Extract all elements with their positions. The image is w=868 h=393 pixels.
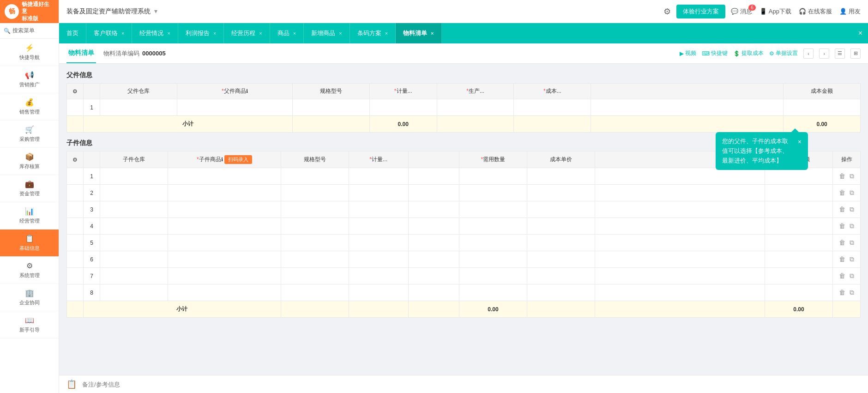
user-menu-button[interactable]: 👤 用友 (839, 7, 861, 16)
parent-row-production[interactable] (437, 99, 514, 116)
sidebar-item-guide[interactable]: 📖 新手引导 (0, 311, 59, 339)
tab-close-icon[interactable]: × (431, 30, 434, 36)
child-row-spec[interactable] (281, 168, 349, 185)
logo-icon: 畅 (5, 4, 19, 19)
parent-subtotal-empty1 (292, 116, 369, 133)
trial-button[interactable]: 体验行业方案 (676, 5, 725, 18)
sidebar-item-label: 库存核算 (19, 163, 40, 170)
parent-col-num (84, 84, 100, 99)
sidebar-item-label: 采购管理 (19, 136, 40, 143)
child-row-qty[interactable] (459, 168, 527, 185)
delete-row-button[interactable]: 🗑 (838, 288, 847, 297)
child-row-warehouse[interactable] (100, 168, 168, 185)
sidebar-item-label: 经营管理 (19, 218, 40, 224)
next-page-button[interactable]: › (819, 48, 829, 59)
sidebar-item-purchase[interactable]: 🛒 采购管理 (0, 121, 59, 148)
tab-customer[interactable]: 客户联络× (86, 23, 132, 43)
delete-row-button[interactable]: 🗑 (838, 205, 847, 214)
parent-col-filler (591, 84, 784, 99)
sub-header: 物料清单 物料清单编码 0000005 ▶ 视频 ⌨ 快捷键 💲 提取成本 (59, 43, 868, 64)
prev-page-button[interactable]: ‹ (803, 48, 814, 59)
tab-close-icon[interactable]: × (167, 30, 170, 36)
close-all-tabs-button[interactable]: × (853, 29, 868, 37)
sub-header-actions: ▶ 视频 ⌨ 快捷键 💲 提取成本 ⚙ 单据设置 ‹ › ☰ ⊞ (680, 48, 861, 59)
child-row-product[interactable] (168, 168, 281, 185)
parent-row-unit[interactable] (369, 99, 437, 116)
copy-row-button[interactable]: ⧉ (848, 221, 856, 231)
search-menu[interactable]: 🔍 搜索菜单 (0, 23, 59, 39)
view-video-button[interactable]: ▶ 视频 (680, 49, 696, 57)
child-col-price: 成本单价 (527, 151, 595, 168)
parent-col-settings[interactable]: ⚙ (67, 84, 84, 99)
parent-row-product[interactable] (177, 99, 292, 116)
tab-home[interactable]: 首页 (59, 23, 86, 43)
sidebar-item-finance[interactable]: 💼 资金管理 (0, 175, 59, 202)
child-row-actions: 🗑 ⧉ (833, 168, 861, 185)
extract-cost-button[interactable]: 💲 提取成本 (733, 49, 764, 57)
sidebar: 畅 畅捷通好生意 标准版 🔍 搜索菜单 ⚡ 快捷导航 📢 营销推广 💰 销售管理… (0, 0, 59, 393)
copy-row-button[interactable]: ⧉ (848, 288, 856, 297)
delete-row-button[interactable]: 🗑 (838, 254, 847, 264)
copy-row-button[interactable]: ⧉ (848, 238, 856, 248)
tab-add-goods[interactable]: 新增商品× (304, 23, 350, 43)
online-service-button[interactable]: 🎧 在线客服 (799, 7, 832, 16)
copy-row-button[interactable]: ⧉ (848, 271, 856, 281)
expand-button[interactable]: ⊞ (850, 48, 861, 59)
delete-row-button[interactable]: 🗑 (838, 188, 847, 197)
app-download-button[interactable]: 📱 App下载 (760, 7, 791, 16)
sidebar-item-quick-nav[interactable]: ⚡ 快捷导航 (0, 39, 59, 66)
tab-close-icon[interactable]: × (213, 30, 216, 36)
copy-row-button[interactable]: ⧉ (848, 171, 856, 181)
child-col-settings[interactable]: ⚙ (67, 151, 84, 168)
marketing-icon: 📢 (25, 71, 34, 79)
shortcut-button[interactable]: ⌨ 快捷键 (702, 49, 728, 57)
parent-subtotal-empty3 (514, 116, 591, 133)
delete-row-button[interactable]: 🗑 (838, 171, 847, 181)
parent-row-spec[interactable] (292, 99, 369, 116)
tab-bom[interactable]: 物料清单× (396, 23, 441, 43)
sidebar-item-system[interactable]: ⚙ 系统管理 (0, 257, 59, 284)
dropdown-arrow-icon[interactable]: ▾ (154, 7, 157, 15)
list-view-button[interactable]: ☰ (835, 48, 845, 59)
logo-text: 畅捷通好生意 标准版 (22, 1, 54, 23)
tooltip-close-button[interactable]: × (798, 137, 802, 147)
tab-barcode[interactable]: 条码方案× (350, 23, 396, 43)
sidebar-item-marketing[interactable]: 📢 营销推广 (0, 66, 59, 93)
sidebar-item-inventory[interactable]: 📦 库存核算 (0, 148, 59, 175)
delete-row-button[interactable]: 🗑 (838, 221, 847, 230)
copy-row-button[interactable]: ⧉ (848, 205, 856, 214)
document-settings-button[interactable]: ⚙ 单据设置 (769, 49, 798, 57)
tab-close-icon[interactable]: × (385, 30, 388, 36)
sidebar-item-sales[interactable]: 💰 销售管理 (0, 93, 59, 121)
parent-subtotal-settings (67, 116, 84, 133)
sidebar-item-label: 快捷导航 (19, 54, 40, 61)
note-input[interactable] (82, 381, 861, 388)
scan-input-button[interactable]: 扫码录入 (224, 155, 252, 164)
delete-row-button[interactable]: 🗑 (838, 238, 847, 247)
sidebar-item-enterprise[interactable]: 🏢 企业协同 (0, 284, 59, 311)
child-row-unit[interactable] (349, 168, 408, 185)
sidebar-item-label: 资金管理 (19, 190, 40, 197)
tab-operations-status[interactable]: 经营情况× (132, 23, 178, 43)
bottom-bar: 📋 (59, 375, 868, 393)
message-button[interactable]: 💬 消息 6 (731, 7, 752, 16)
parent-row-warehouse[interactable] (100, 99, 177, 116)
tab-close-icon[interactable]: × (259, 30, 262, 36)
delete-row-button[interactable]: 🗑 (838, 271, 847, 280)
tab-goods[interactable]: 商品× (270, 23, 304, 43)
copy-row-button[interactable]: ⧉ (848, 254, 856, 264)
tab-close-icon[interactable]: × (293, 30, 296, 36)
sidebar-item-basic-info[interactable]: 📋 基础信息 (0, 230, 59, 257)
settings-gear-icon[interactable]: ⚙ (663, 6, 671, 17)
copy-row-button[interactable]: ⧉ (848, 188, 856, 198)
sub-tab-bom-list[interactable]: 物料清单 (66, 43, 96, 63)
tab-profit-report[interactable]: 利润报告× (178, 23, 224, 43)
child-row-price[interactable] (527, 168, 595, 185)
tab-close-icon[interactable]: × (121, 30, 124, 36)
sidebar-item-operations[interactable]: 📊 经营管理 (0, 202, 59, 230)
tab-close-icon[interactable]: × (339, 30, 342, 36)
tab-business-history[interactable]: 经营历程× (224, 23, 270, 43)
parent-row-cost[interactable] (514, 99, 591, 116)
child-subtotal-amount: 0.00 (765, 301, 832, 318)
sidebar-logo: 畅 畅捷通好生意 标准版 (0, 0, 59, 23)
